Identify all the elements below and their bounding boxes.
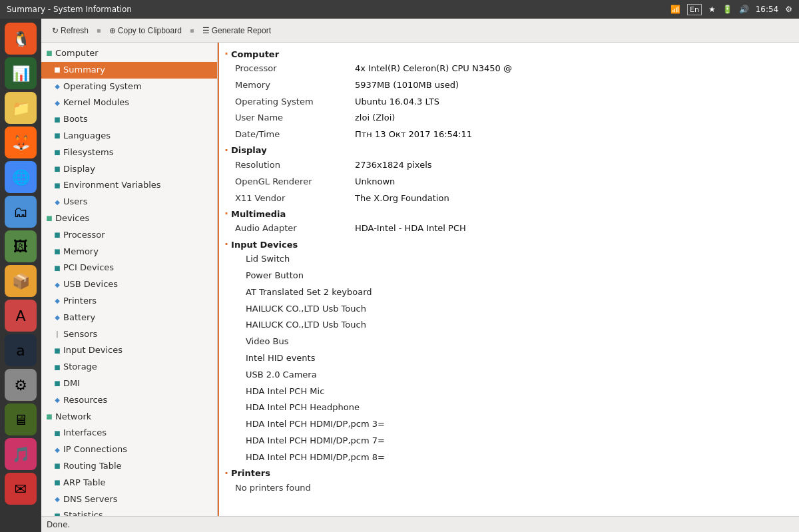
dock-item-amazon[interactable]: a: [5, 334, 37, 366]
dock-item-hardinfo[interactable]: 🖥: [5, 403, 37, 435]
detail-row: User Namezloi (Zloi): [224, 110, 794, 127]
dock-item-font-manager[interactable]: A: [5, 300, 37, 332]
tree-label-arp-table: ARP Table: [63, 476, 106, 490]
detail-label: Operating System: [235, 95, 355, 109]
tree-item-languages[interactable]: ■Languages: [41, 128, 217, 144]
tree-label-network: Network: [55, 410, 91, 424]
detail-value: The X.Org Foundation: [355, 192, 449, 206]
dock-item-file-manager[interactable]: 🗂: [5, 196, 37, 228]
detail-row: Processor4x Intel(R) Celeron(R) CPU N345…: [224, 61, 794, 77]
tree-label-operating-system: Operating System: [63, 80, 142, 94]
tree-icon-usb-devices: ◆: [53, 280, 61, 290]
tree-item-statistics[interactable]: ■Statistics: [41, 507, 217, 516]
tree-item-pci-devices[interactable]: ■PCI Devices: [41, 260, 217, 276]
tree-item-memory[interactable]: ■Memory: [41, 244, 217, 260]
tree-item-ip-connections[interactable]: ◆IP Connections: [41, 441, 217, 458]
tree-label-battery: Battery: [63, 311, 95, 325]
tree-item-battery[interactable]: ◆Battery: [41, 310, 217, 326]
tree-item-computer[interactable]: ■Computer: [41, 45, 217, 62]
tree-icon-dns-servers: ◆: [53, 494, 61, 505]
tree-item-users[interactable]: ◆Users: [41, 194, 217, 210]
detail-panel: ComputerProcessor4x Intel(R) Celeron(R) …: [218, 43, 799, 516]
tree-item-routing-table[interactable]: ■Routing Table: [41, 458, 217, 475]
tree-icon-printers: ◆: [53, 296, 61, 306]
tree-item-arp-table[interactable]: ■ARP Table: [41, 475, 217, 491]
tree-item-dmi[interactable]: ■DMI: [41, 376, 217, 392]
tree-item-devices[interactable]: ■Devices: [41, 210, 217, 227]
tree-label-dns-servers: DNS Servers: [63, 493, 118, 507]
tree-item-resources[interactable]: ◆Resources: [41, 392, 217, 409]
tree-item-summary[interactable]: ■Summary: [41, 62, 217, 79]
copy-button[interactable]: ⊕ Copy to Clipboard: [104, 24, 187, 37]
tree-item-storage[interactable]: ■Storage: [41, 359, 217, 376]
tree-icon-network: ■: [45, 411, 53, 422]
tree-icon-dmi: ■: [53, 378, 61, 389]
refresh-button[interactable]: ↻ Refresh: [47, 24, 94, 37]
detail-header-printers: Printers: [224, 466, 794, 480]
title-bar-right: 📶 En ★ 🔋 🔊 16:54 ⚙: [670, 4, 792, 15]
wifi-icon: 📶: [670, 5, 680, 14]
tree-label-display: Display: [63, 162, 95, 176]
dock-item-chromium[interactable]: 🌐: [5, 161, 37, 193]
tree-label-routing-table: Routing Table: [63, 459, 122, 473]
tree-item-environment-variables[interactable]: ■Environment Variables: [41, 177, 217, 194]
tree-item-display[interactable]: ■Display: [41, 161, 217, 178]
detail-label: Date/Time: [235, 128, 355, 142]
tree-icon-users: ◆: [53, 197, 61, 208]
tree-icon-computer: ■: [45, 48, 53, 59]
dock-item-image-viewer[interactable]: 🖼: [5, 230, 37, 262]
tree-item-interfaces[interactable]: ■Interfaces: [41, 425, 217, 441]
tree-item-sensors[interactable]: |Sensors: [41, 326, 217, 343]
dock-item-firefox[interactable]: 🦊: [5, 127, 37, 158]
detail-sub-item: HDA Intel PCH HDMI/DP,pcm 7=: [224, 433, 794, 449]
tree-item-dns-servers[interactable]: ◆DNS Servers: [41, 491, 217, 508]
dock-item-mail[interactable]: ✉: [5, 473, 37, 505]
detail-value: Ubuntu 16.04.3 LTS: [355, 95, 439, 109]
content-area: ■Computer■Summary◆Operating System◆Kerne…: [41, 43, 799, 516]
toolbar-sep-2: ▪: [190, 27, 194, 34]
detail-value: Unknown: [355, 175, 395, 189]
tree-item-printers[interactable]: ◆Printers: [41, 293, 217, 310]
detail-label: OpenGL Renderer: [235, 175, 355, 189]
tree-item-processor[interactable]: ■Processor: [41, 227, 217, 244]
detail-row: OpenGL RendererUnknown: [224, 174, 794, 190]
tree-icon-summary: ■: [53, 65, 61, 75]
tree-icon-arp-table: ■: [53, 477, 61, 488]
tree-icon-environment-variables: ■: [53, 180, 61, 191]
tree-label-summary: Summary: [63, 63, 105, 77]
tree-icon-display: ■: [53, 164, 61, 174]
tree-item-boots[interactable]: ■Boots: [41, 111, 217, 128]
lang-indicator[interactable]: En: [687, 4, 702, 15]
generate-button[interactable]: ☰ Generate Report: [197, 24, 276, 37]
clock: 16:54: [756, 5, 779, 14]
tree-item-network[interactable]: ■Network: [41, 409, 217, 425]
dock-item-ubuntu-logo[interactable]: 🐧: [5, 23, 37, 55]
settings-icon[interactable]: ⚙: [785, 5, 792, 14]
tree-item-operating-system[interactable]: ◆Operating System: [41, 79, 217, 95]
tree-item-filesystems[interactable]: ■Filesystems: [41, 144, 217, 161]
tree-icon-filesystems: ■: [53, 147, 61, 158]
toolbar-sep-1: ▪: [97, 27, 101, 34]
dock-item-settings[interactable]: ⚙: [5, 369, 37, 401]
detail-sub-item: HDA Intel PCH HDMI/DP,pcm 3=: [224, 416, 794, 433]
detail-header-multimedia: Multimedia: [224, 206, 794, 220]
tree-icon-sensors: |: [53, 329, 61, 340]
dock-item-files[interactable]: 📁: [5, 92, 37, 124]
tree-label-pci-devices: PCI Devices: [63, 261, 114, 275]
dock-item-archive[interactable]: 📦: [5, 265, 37, 297]
detail-value: 5937MB (1010MB used): [355, 79, 459, 93]
status-bar: Done.: [41, 516, 799, 532]
detail-label: Memory: [235, 79, 355, 93]
tree-item-input-devices[interactable]: ■Input Devices: [41, 342, 217, 359]
tree-icon-languages: ■: [53, 131, 61, 141]
detail-label: Processor: [235, 62, 355, 76]
detail-sub-item: Power Button: [224, 268, 794, 284]
tree-item-kernel-modules[interactable]: ◆Kernel Modules: [41, 95, 217, 111]
tree-icon-memory: ■: [53, 246, 61, 257]
tree-item-usb-devices[interactable]: ◆USB Devices: [41, 276, 217, 293]
tree-icon-boots: ■: [53, 115, 61, 125]
dock-item-rhythmbox[interactable]: 🎵: [5, 438, 37, 470]
detail-row: Audio AdapterHDA-Intel - HDA Intel PCH: [224, 220, 794, 237]
dock-item-system-monitor[interactable]: 📊: [5, 57, 37, 89]
tree-icon-routing-table: ■: [53, 461, 61, 471]
